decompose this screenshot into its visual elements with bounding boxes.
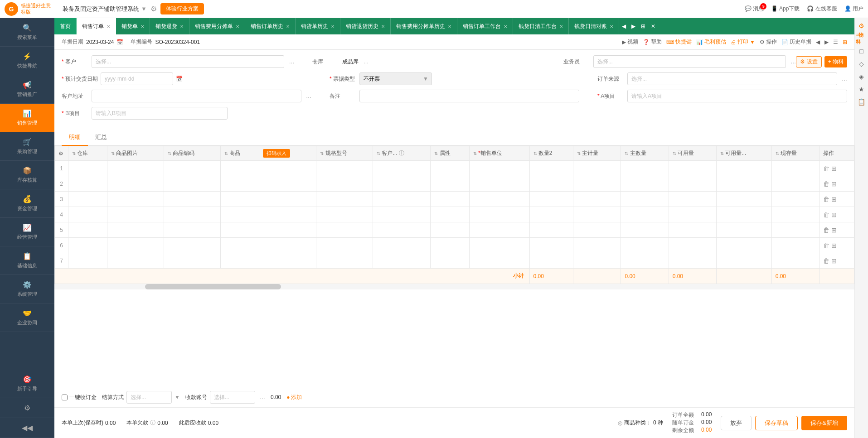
notification-area[interactable]: 💬 9 消息	[745, 5, 764, 13]
tab-close-icon[interactable]: ✕	[286, 24, 290, 29]
tab-close-icon[interactable]: ✕	[448, 24, 451, 29]
delivery-date-input[interactable]	[101, 72, 173, 85]
industry-btn[interactable]: 体验行业方案	[160, 3, 204, 14]
sidebar-item-purchase[interactable]: 🛒 采购管理	[0, 132, 54, 161]
sidebar-item-finance[interactable]: 💰 资金管理	[0, 189, 54, 218]
tab-close-icon[interactable]: ✕	[504, 24, 507, 29]
row-delete-btn[interactable]: 🗑	[823, 165, 829, 172]
sidebar-settings-btn[interactable]: ⚙	[0, 398, 54, 418]
row-delete-btn[interactable]: 🗑	[823, 257, 829, 265]
warehouse-more-icon[interactable]: …	[363, 58, 369, 65]
tab-order-history[interactable]: 销售订单历史 ✕	[245, 18, 296, 34]
row-delete-btn[interactable]: 🗑	[823, 180, 829, 188]
tab-sales-return[interactable]: 销货单 ✕	[116, 18, 150, 34]
a-project-input[interactable]	[627, 90, 847, 102]
delivery-calendar-icon[interactable]: 📅	[176, 76, 183, 82]
view-mode-card[interactable]: ⊞	[843, 39, 847, 45]
tab-order-workspace[interactable]: 销售订单工作台 ✕	[457, 18, 513, 34]
help-action[interactable]: ❓ 帮助	[643, 38, 662, 46]
settings-gear-icon[interactable]: ⚙	[150, 5, 157, 13]
one-click-checkbox[interactable]: 一键收订金	[62, 394, 97, 401]
right-panel-btn5[interactable]: 📋	[856, 96, 868, 108]
print-action[interactable]: 🖨 打印 ▼	[731, 38, 755, 46]
right-panel-add-btn[interactable]: +物料	[856, 33, 868, 44]
right-panel-btn4[interactable]: ★	[856, 83, 868, 95]
row-delete-btn[interactable]: 🗑	[823, 242, 829, 249]
invoice-type-select[interactable]: 不开票 增值税普通发票 增值税专用发票	[359, 72, 432, 85]
payment-method-dropdown-icon[interactable]: ▼	[175, 394, 180, 400]
customer-input[interactable]	[92, 55, 284, 68]
tab-close-icon[interactable]: ✕	[381, 24, 385, 29]
col-scan[interactable]: 扫码录入	[259, 146, 316, 161]
right-panel-btn2[interactable]: ◇	[856, 58, 868, 70]
order-source-more-icon[interactable]: …	[842, 76, 847, 82]
payment-account-input[interactable]	[210, 391, 255, 404]
sidebar-item-quick-nav[interactable]: ⚡ 快捷导航	[0, 47, 54, 75]
col-settings[interactable]: ⚙	[55, 146, 68, 161]
tab-cash-workspace[interactable]: 钱货日清工作台 ✕	[513, 18, 569, 34]
tab-close-icon[interactable]: ✕	[559, 24, 563, 29]
order-source-input[interactable]	[627, 72, 837, 85]
app-download[interactable]: 📱 App下载	[771, 5, 800, 13]
row-copy-btn[interactable]: ⊞	[831, 211, 837, 218]
b-project-input[interactable]	[92, 107, 228, 120]
tab-close-icon[interactable]: ✕	[141, 24, 144, 29]
salesperson-more-icon[interactable]: …	[790, 58, 796, 65]
save-draft-btn[interactable]: 保存草稿	[755, 416, 798, 430]
calendar-icon[interactable]: 📅	[116, 39, 123, 45]
right-panel-settings-btn[interactable]: ⚙	[856, 20, 868, 32]
row-delete-btn[interactable]: 🗑	[823, 211, 829, 218]
settings-btn[interactable]: ⚙ 设置	[796, 56, 821, 67]
address-more-icon[interactable]: …	[306, 93, 311, 99]
system-title-dropdown[interactable]: ▼	[141, 5, 147, 12]
tab-sales-refund[interactable]: 销货退货 ✕	[150, 18, 189, 34]
tab-detail[interactable]: 明细	[62, 130, 88, 146]
row-copy-btn[interactable]: ⊞	[831, 242, 837, 249]
nav-next-btn[interactable]: ▶	[824, 39, 829, 45]
view-action[interactable]: ▶ 视频	[622, 38, 638, 46]
nav-prev-btn[interactable]: ◀	[816, 39, 820, 45]
sidebar-item-inventory[interactable]: 📦 库存核算	[0, 161, 54, 189]
tab-home[interactable]: 首页	[54, 18, 77, 34]
tab-fee-history[interactable]: 销售费用分摊单历史 ✕	[391, 18, 457, 34]
row-copy-btn[interactable]: ⊞	[831, 226, 837, 234]
tab-close-icon[interactable]: ✕	[180, 24, 184, 29]
payment-method-input[interactable]	[126, 391, 172, 404]
add-material-btn[interactable]: + 物料	[824, 56, 847, 67]
row-delete-btn[interactable]: 🗑	[823, 196, 829, 203]
sidebar-item-marketing[interactable]: 📢 营销推广	[0, 75, 54, 104]
profit-action[interactable]: 📊 毛利预估	[696, 38, 726, 46]
tab-refund-history[interactable]: 销货退货历史 ✕	[340, 18, 391, 34]
row-copy-btn[interactable]: ⊞	[831, 180, 837, 188]
user-menu[interactable]: 👤 用户	[844, 5, 863, 13]
row-delete-btn[interactable]: 🗑	[823, 226, 829, 234]
tab-fee-split[interactable]: 销售费用分摊单 ✕	[189, 18, 245, 34]
tab-more-btn[interactable]: ⊞	[638, 18, 648, 34]
address-input[interactable]	[92, 90, 301, 102]
row-copy-btn[interactable]: ⊞	[831, 165, 837, 172]
save-new-btn[interactable]: 保存&新增	[801, 416, 847, 430]
tab-prev-btn[interactable]: ◀	[619, 18, 629, 34]
scan-entry-btn[interactable]: 扫码录入	[263, 149, 290, 158]
sidebar-item-guide[interactable]: 🎯 新手引导	[0, 370, 54, 398]
sidebar-item-operations[interactable]: 📈 经营管理	[0, 218, 54, 246]
online-service[interactable]: 🎧 在线客服	[807, 5, 837, 13]
sidebar-item-sales[interactable]: 📊 销售管理	[0, 104, 54, 132]
payment-account-more-icon[interactable]: …	[260, 394, 265, 400]
customer-more-icon[interactable]: …	[289, 58, 294, 65]
sidebar-item-search[interactable]: 🔍 搜索菜单	[0, 18, 54, 47]
sidebar-collapse-btn[interactable]: ◀◀	[0, 418, 54, 438]
salesperson-input[interactable]	[593, 55, 786, 68]
add-payment-btn[interactable]: ● 添加	[286, 394, 301, 401]
sidebar-item-system[interactable]: ⚙️ 系统管理	[0, 275, 54, 303]
tab-close-icon[interactable]: ✕	[107, 24, 110, 29]
sidebar-item-enterprise[interactable]: 🤝 企业协同	[0, 303, 54, 332]
view-mode-list[interactable]: ☰	[833, 39, 838, 45]
tab-next-btn[interactable]: ▶	[629, 18, 638, 34]
notes-input[interactable]	[359, 90, 579, 102]
tab-close-all-btn[interactable]: ✕	[648, 18, 658, 34]
tab-close-icon[interactable]: ✕	[610, 24, 613, 29]
shortcut-action[interactable]: ⌨ 快捷键	[666, 38, 692, 46]
tab-close-icon[interactable]: ✕	[236, 24, 239, 29]
tab-summary[interactable]: 汇总	[88, 130, 114, 145]
